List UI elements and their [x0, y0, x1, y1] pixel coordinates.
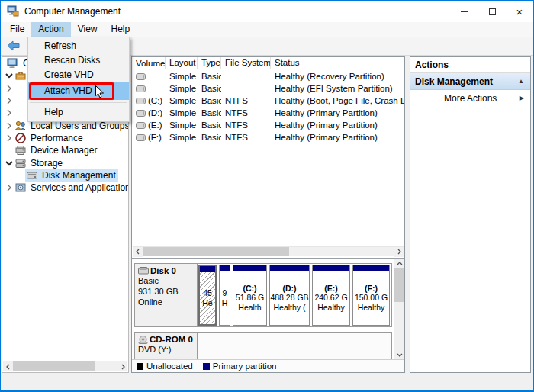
scroll-up-icon[interactable]	[394, 259, 404, 268]
partition-d[interactable]: (D:) 488.28 GB Healthy (	[269, 265, 310, 326]
tree-item-services-and-applications[interactable]: Services and Applications	[2, 182, 128, 194]
users-icon	[14, 120, 27, 132]
scroll-right-icon[interactable]	[117, 361, 127, 371]
tree-horizontal-scrollbar[interactable]	[3, 361, 127, 371]
partition-label: H	[222, 298, 228, 308]
menu-action[interactable]: Action	[31, 22, 70, 37]
menu-item-help[interactable]: Help	[28, 105, 129, 120]
chevron-right-icon[interactable]	[5, 85, 14, 92]
disk-view-vertical-scrollbar[interactable]	[394, 259, 404, 359]
back-arrow-icon[interactable]	[7, 40, 21, 51]
menu-item-rescan-disks[interactable]: Rescan Disks	[28, 53, 129, 68]
volume-icon	[136, 73, 146, 80]
tree-item-storage[interactable]: Storage	[2, 156, 128, 169]
partition-label: He	[202, 298, 212, 308]
chevron-right-icon[interactable]	[5, 122, 14, 130]
disk-0-info[interactable]: Disk 0 Basic 931.30 GB Online	[135, 264, 198, 326]
column-header-volume[interactable]: Volume	[132, 57, 166, 69]
cd-rom-media-area[interactable]	[198, 333, 391, 359]
volume-list: Simple Basic Healthy (Recovery Partition…	[132, 70, 404, 143]
partition-label: (D:)	[282, 284, 296, 293]
tree-selection-highlight: Disk Management	[25, 169, 118, 182]
primary-partition-color-swatch	[203, 363, 210, 370]
collapse-arrow-icon[interactable]: ▲	[518, 78, 524, 85]
minimize-icon	[461, 11, 468, 12]
storage-icon	[14, 157, 27, 169]
partition-label: (C:)	[243, 284, 256, 293]
scrollbar-thumb[interactable]	[143, 247, 289, 256]
cd-rom-icon	[138, 336, 148, 344]
system-tools-icon	[14, 69, 27, 82]
chevron-down-icon[interactable]	[5, 72, 14, 79]
partition-f[interactable]: (F:) 150.00 G Healthy	[352, 265, 390, 326]
tree-item-label: Disk Management	[40, 170, 117, 181]
computer-management-icon	[7, 5, 19, 18]
menubar: File Action View Help	[1, 22, 533, 37]
titlebar: Computer Management ×	[1, 1, 533, 22]
disk-management-icon	[26, 169, 38, 182]
volume-row[interactable]: (F:) Simple Basic NTFS Healthy (Primary …	[132, 131, 404, 143]
tree-item-device-manager[interactable]: Device Manager	[2, 144, 128, 156]
chevron-right-icon[interactable]	[5, 184, 14, 191]
partition-e[interactable]: (E:) 240.62 G Healthy	[312, 265, 350, 326]
partition-label: Health	[238, 303, 261, 313]
chevron-right-icon[interactable]	[5, 109, 14, 117]
submenu-arrow-icon: ▶	[520, 95, 524, 101]
scroll-right-icon[interactable]	[394, 247, 404, 257]
tree-item-disk-management[interactable]: Disk Management	[2, 169, 128, 182]
volume-row[interactable]: (C:) Simple Basic NTFS Healthy (Boot, Pa…	[132, 95, 404, 107]
services-icon	[14, 182, 27, 194]
column-header-status[interactable]: Status	[271, 57, 404, 69]
disk-status: Online	[138, 297, 194, 307]
more-actions-item[interactable]: More Actions ▶	[410, 90, 530, 106]
graphical-disk-view: Disk 0 Basic 931.30 GB Online 45	[132, 258, 404, 359]
maximize-button[interactable]	[478, 1, 506, 22]
scroll-left-icon[interactable]	[133, 247, 143, 257]
menu-item-refresh[interactable]: Refresh	[28, 39, 129, 53]
volume-row[interactable]: Simple Basic Healthy (EFI System Partiti…	[132, 82, 404, 95]
chevron-right-icon[interactable]	[5, 134, 14, 142]
volume-icon	[136, 98, 146, 104]
partition-type-bar	[233, 265, 266, 272]
volume-icon	[136, 110, 146, 117]
scroll-down-icon[interactable]	[394, 349, 404, 359]
partition-recovery[interactable]: 45 He	[198, 265, 217, 326]
volume-list-horizontal-scrollbar[interactable]	[133, 246, 404, 256]
tree-item-performance[interactable]: Performance	[2, 132, 128, 144]
partition-label: 9	[223, 288, 227, 298]
actions-pane-title: Actions	[410, 57, 530, 73]
scrollbar-thumb[interactable]	[13, 361, 95, 371]
partition-c[interactable]: (C:) 51.86 G Health	[233, 265, 267, 326]
volume-row[interactable]: Simple Basic Healthy (Recovery Partition…	[132, 70, 404, 82]
menu-file[interactable]: File	[3, 22, 31, 37]
actions-group-disk-management[interactable]: Disk Management ▲	[410, 73, 530, 90]
actions-pane: Actions Disk Management ▲ More Actions ▶	[410, 56, 531, 373]
close-button[interactable]: ×	[506, 1, 533, 22]
partition-label: 150.00 G	[355, 293, 388, 303]
chevron-right-icon[interactable]	[5, 97, 14, 104]
column-header-layout[interactable]: Layout	[166, 57, 198, 69]
scroll-left-icon[interactable]	[3, 361, 13, 371]
menu-item-attach-vhd[interactable]: Attach VHD	[28, 82, 129, 100]
volume-row[interactable]: (D:) Simple Basic NTFS Healthy (Primary …	[132, 107, 404, 119]
volume-row[interactable]: (E:) Simple Basic NTFS Healthy (Primary …	[132, 119, 404, 131]
minimize-button[interactable]	[451, 1, 478, 22]
partition-label: 45	[203, 288, 212, 298]
column-header-type[interactable]: Type	[198, 57, 221, 69]
chevron-down-icon[interactable]	[5, 159, 14, 167]
menu-item-create-vhd[interactable]: Create VHD	[28, 68, 129, 82]
device-manager-icon	[14, 144, 27, 156]
partition-type-bar	[270, 265, 309, 272]
menu-help[interactable]: Help	[105, 22, 137, 37]
partition-efi[interactable]: 9 H	[219, 265, 230, 326]
cd-rom-info[interactable]: CD-ROM 0 DVD (Y:)	[135, 333, 198, 359]
scrollbar-thumb[interactable]	[394, 268, 404, 302]
menu-view[interactable]: View	[71, 22, 105, 37]
performance-icon	[14, 132, 27, 144]
disk-drive-icon	[138, 267, 149, 275]
unallocated-color-swatch	[137, 363, 143, 370]
cd-rom-row: CD-ROM 0 DVD (Y:)	[134, 332, 392, 359]
status-bar	[1, 374, 533, 390]
column-header-file-system[interactable]: File System	[221, 57, 271, 69]
action-menu-dropdown: Refresh Rescan Disks Create VHD Attach V…	[27, 37, 130, 122]
